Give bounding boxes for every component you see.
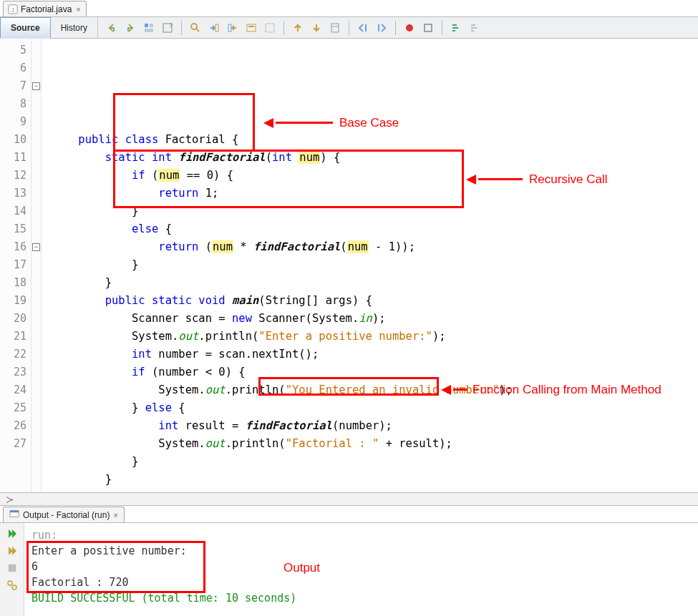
code-line[interactable]: public static void main(String[] args) {: [52, 292, 698, 310]
line-number: 16: [0, 238, 26, 256]
close-icon[interactable]: ×: [113, 511, 117, 519]
code-line[interactable]: }: [52, 471, 698, 489]
tab-source-label: Source: [11, 23, 40, 33]
output-input-line: 6: [31, 560, 38, 573]
line-number: 5: [0, 41, 26, 59]
svg-point-19: [12, 585, 16, 590]
annotation-fncall: Function Calling from Main Method: [441, 381, 661, 399]
tool-x-icon[interactable]: [160, 20, 175, 36]
rerun-icon[interactable]: [6, 527, 19, 540]
line-number-gutter: 5678910111213141516171819202122232425262…: [0, 39, 31, 492]
svg-rect-2: [145, 24, 148, 27]
nav-back-icon[interactable]: [104, 20, 120, 36]
breadcrumb-bar[interactable]: ≻: [0, 493, 698, 506]
code-line[interactable]: static int findFactorial(int num) {: [52, 149, 698, 167]
settings-output-icon[interactable]: [6, 579, 19, 592]
output-side-toolbar: [0, 523, 24, 616]
code-line[interactable]: public class Factorial {: [52, 131, 698, 149]
code-line[interactable]: }: [52, 274, 698, 292]
close-icon[interactable]: ×: [74, 6, 82, 13]
annotation-base-case: Base Case: [263, 114, 399, 132]
output-tab-label: Output - Factorial (run): [23, 510, 110, 520]
line-number: 25: [0, 399, 26, 417]
line-number: 19: [0, 292, 26, 310]
next-icon[interactable]: [225, 20, 241, 36]
fold-toggle-icon[interactable]: −: [32, 82, 40, 90]
line-number: 6: [0, 59, 26, 77]
code-line[interactable]: }: [52, 256, 698, 274]
bookmark-icon[interactable]: [327, 20, 343, 36]
code-line[interactable]: else {: [52, 220, 698, 238]
code-line[interactable]: int number = scan.nextInt();: [52, 346, 698, 363]
line-number: 17: [0, 256, 26, 274]
editor-toolbar: Source History: [0, 17, 698, 39]
output-tab[interactable]: Output - Factorial (run) ×: [3, 507, 125, 522]
code-line[interactable]: }: [52, 202, 698, 220]
fold-column: −−: [31, 39, 42, 492]
code-line[interactable]: int result = findFactorial(number);: [52, 417, 698, 435]
prev-icon[interactable]: [206, 20, 222, 36]
file-tab-label: Factorial.java: [21, 4, 72, 14]
tab-history-label: History: [61, 23, 87, 33]
down-arrow-icon[interactable]: [309, 20, 324, 36]
line-number: 21: [0, 328, 26, 346]
uncomment-icon[interactable]: [467, 20, 483, 36]
code-area[interactable]: public class Factorial { static int find…: [42, 39, 698, 492]
record-icon[interactable]: [402, 20, 417, 36]
code-line[interactable]: if (number < 0) {: [52, 363, 698, 381]
shift-left-icon[interactable]: [355, 20, 371, 36]
tab-source[interactable]: Source: [0, 17, 51, 39]
output-run-line: run:: [31, 529, 57, 542]
find-icon[interactable]: [188, 20, 203, 36]
line-number: 14: [0, 202, 26, 220]
svg-rect-17: [8, 564, 16, 572]
svg-rect-9: [247, 24, 256, 31]
output-prompt-line: Enter a positive number:: [31, 544, 187, 557]
code-line[interactable]: return (num * findFactorial(num - 1));: [52, 238, 698, 256]
file-tab-bar: J Factorial.java ×: [0, 0, 698, 17]
comment-icon[interactable]: [448, 20, 464, 36]
code-line[interactable]: System.out.println("Factorial : " + resu…: [52, 435, 698, 453]
tab-history[interactable]: History: [51, 17, 98, 39]
file-tab-factorial[interactable]: J Factorial.java ×: [3, 1, 87, 16]
line-number: 7: [0, 77, 26, 95]
svg-rect-5: [163, 24, 172, 32]
line-number: 8: [0, 95, 26, 113]
shift-right-icon[interactable]: [374, 20, 389, 36]
line-number: 15: [0, 220, 26, 238]
code-line[interactable]: Scanner scan = new Scanner(System.in);: [52, 310, 698, 328]
output-text[interactable]: run: Enter a positive number: 6 Factoria…: [24, 523, 698, 616]
code-line[interactable]: } else {: [52, 399, 698, 417]
stop-icon[interactable]: [420, 20, 436, 36]
line-number: 10: [0, 131, 26, 149]
code-line[interactable]: System.out.println("Enter a positive num…: [52, 328, 698, 346]
line-number: 20: [0, 310, 26, 328]
svg-point-6: [191, 24, 197, 29]
output-build-line: BUILD SUCCESSFUL (total time: 10 seconds…: [31, 592, 296, 605]
svg-rect-4: [145, 29, 153, 32]
line-number: 12: [0, 167, 26, 185]
fold-toggle-icon[interactable]: −: [32, 243, 40, 251]
stop-output-icon[interactable]: [6, 562, 19, 575]
java-file-icon: J: [8, 4, 18, 14]
svg-rect-16: [10, 511, 19, 513]
code-line[interactable]: }: [52, 453, 698, 471]
line-number: 23: [0, 363, 26, 381]
line-number: 26: [0, 417, 26, 435]
select-icon[interactable]: [262, 20, 278, 36]
code-editor[interactable]: 5678910111213141516171819202122232425262…: [0, 39, 698, 493]
nav-fwd-icon[interactable]: [122, 20, 138, 36]
rerun-alt-icon[interactable]: [6, 544, 19, 557]
annotation-recursive: Recursive Call: [466, 170, 608, 188]
output-panel: run: Enter a positive number: 6 Factoria…: [0, 523, 698, 616]
reformat-icon[interactable]: [141, 20, 157, 36]
svg-rect-11: [266, 24, 274, 32]
highlight-icon[interactable]: [243, 20, 259, 36]
line-number: 13: [0, 185, 26, 202]
output-result-line: Factorial : 720: [31, 576, 128, 589]
line-number: 24: [0, 381, 26, 399]
svg-rect-3: [150, 24, 153, 27]
up-arrow-icon[interactable]: [290, 20, 306, 36]
output-tab-icon: [9, 509, 19, 521]
line-number: 27: [0, 435, 26, 453]
